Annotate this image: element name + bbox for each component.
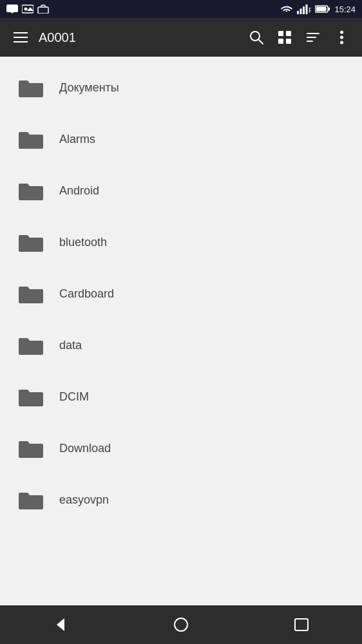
folder-icon [17, 386, 44, 408]
file-name: easyovpn [49, 493, 109, 507]
svg-point-23 [340, 31, 343, 34]
svg-marker-4 [27, 7, 33, 11]
svg-rect-12 [329, 8, 330, 11]
folder-icon [17, 489, 44, 511]
recents-button[interactable] [276, 611, 327, 639]
file-name: DCIM [49, 390, 89, 404]
folder-icon [17, 283, 44, 305]
svg-text:R: R [309, 7, 311, 14]
home-button[interactable] [155, 611, 207, 639]
list-item[interactable]: easyovpn [0, 474, 362, 526]
svg-marker-26 [57, 618, 64, 631]
wifi-icon [280, 5, 293, 14]
folder-icon [17, 231, 44, 253]
folder-icon-wrap [13, 128, 49, 150]
menu-button[interactable] [6, 23, 35, 52]
folder-icon [17, 180, 44, 202]
grid-icon [278, 30, 292, 44]
app-bar-title: A0001 [35, 30, 242, 45]
back-icon [52, 616, 70, 634]
svg-rect-8 [303, 6, 305, 14]
svg-rect-6 [297, 11, 299, 14]
file-list: Документы Alarms Android bluetooth [0, 57, 362, 605]
folder-icon-wrap [13, 180, 49, 202]
signal-icon: R [297, 4, 311, 14]
folder-icon-wrap [13, 231, 49, 253]
search-icon [249, 30, 263, 44]
list-item[interactable]: data [0, 319, 362, 371]
folder-icon-wrap [13, 489, 49, 511]
svg-rect-5 [38, 7, 48, 14]
grid-view-button[interactable] [271, 23, 299, 52]
list-item[interactable]: Alarms [0, 113, 362, 165]
svg-point-27 [175, 618, 187, 631]
folder-icon-wrap [13, 77, 49, 99]
search-button[interactable] [242, 23, 271, 52]
list-item[interactable]: Cardboard [0, 268, 362, 319]
folder-icon [17, 334, 44, 356]
svg-rect-13 [316, 7, 327, 12]
message-icon [6, 5, 18, 14]
file-name: Документы [49, 81, 119, 95]
status-bar: R 15:24 [0, 0, 362, 18]
svg-rect-28 [295, 619, 308, 630]
more-icon [340, 30, 343, 44]
sort-icon [306, 30, 320, 44]
svg-point-25 [340, 41, 343, 44]
status-time: 15:24 [334, 5, 356, 14]
svg-rect-9 [306, 5, 308, 14]
back-button[interactable] [35, 611, 86, 639]
folder-icon [17, 77, 44, 99]
svg-point-24 [340, 36, 343, 39]
svg-rect-17 [286, 31, 291, 36]
svg-rect-0 [6, 5, 18, 12]
svg-rect-7 [300, 9, 302, 15]
folder-icon [17, 128, 44, 150]
briefcase-icon [37, 5, 49, 14]
list-item[interactable]: Download [0, 422, 362, 474]
list-item[interactable]: Android [0, 165, 362, 216]
svg-rect-18 [278, 39, 283, 44]
svg-point-3 [24, 8, 28, 11]
list-item[interactable]: DCIM [0, 371, 362, 422]
folder-icon-wrap [13, 283, 49, 305]
hamburger-icon [14, 32, 28, 43]
recents-icon [293, 616, 310, 633]
folder-icon-wrap [13, 386, 49, 408]
list-item[interactable]: bluetooth [0, 216, 362, 268]
file-name: Android [49, 184, 99, 198]
file-name: Cardboard [49, 287, 114, 301]
more-options-button[interactable] [327, 23, 356, 52]
sort-button[interactable] [299, 23, 327, 52]
svg-marker-1 [11, 12, 14, 14]
app-bar: A0001 [0, 18, 362, 57]
battery-icon [315, 5, 330, 14]
file-name: Download [49, 442, 111, 455]
svg-rect-19 [286, 39, 291, 44]
file-name: data [49, 339, 82, 352]
file-name: Alarms [49, 133, 95, 146]
folder-icon [17, 437, 44, 459]
app-bar-actions [242, 23, 356, 52]
photo-icon [22, 5, 33, 14]
svg-rect-16 [278, 31, 283, 36]
status-bar-right-icons: R 15:24 [280, 4, 356, 14]
folder-icon-wrap [13, 437, 49, 459]
folder-icon-wrap [13, 334, 49, 356]
file-name: bluetooth [49, 236, 107, 249]
status-bar-left-icons [6, 5, 49, 14]
home-icon [172, 616, 190, 634]
svg-line-15 [258, 39, 263, 44]
nav-bar [0, 605, 362, 644]
list-item[interactable]: Документы [0, 62, 362, 113]
